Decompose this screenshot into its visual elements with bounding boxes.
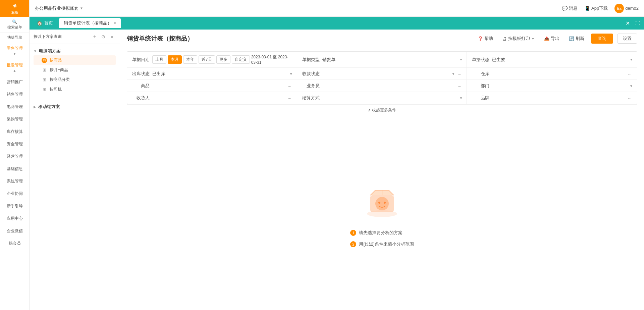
filter-collect-cell: 收款状态 ▼ ··· — [297, 68, 467, 80]
pc-scheme-title[interactable]: ▼ 电脑端方案 — [34, 47, 116, 55]
quick-nav-btn[interactable]: 快捷导航 — [0, 33, 29, 42]
scheme-icon: ⊞ — [42, 87, 47, 92]
more-date-btn[interactable]: 更多 — [216, 55, 230, 64]
docstatus-label: 单据状态 — [471, 57, 489, 63]
collapse-filter-btn[interactable]: ∧ 收起更多条件 — [127, 104, 637, 116]
receiver-value[interactable]: ··· — [152, 96, 293, 101]
export-btn[interactable]: 📤 导出 — [541, 34, 562, 43]
scheme-item-month-product[interactable]: ⊞ 按月+商品 — [34, 65, 116, 75]
settlement-dropdown-icon: ▼ — [459, 96, 463, 100]
tab-close-btn[interactable]: × — [114, 21, 116, 25]
page-header-top: 销货单统计表（按商品） ❓ 帮助 🖨 按模板打印 ▼ 📤 — [127, 34, 637, 44]
filter-row-2: 出库状态 已出库 ▼ 收款状态 ▼ ··· — [127, 68, 637, 80]
scheme-item-category[interactable]: ⊞ 按商品分类 — [34, 75, 116, 85]
last7-btn[interactable]: 近7天 — [199, 55, 215, 64]
scheme-collapse-btn[interactable]: « — [108, 33, 116, 40]
warehouse-value[interactable]: ··· — [492, 71, 633, 76]
empty-state: 1 请先选择要分析的方案 2 用[过滤]条件来缩小分析范围 — [120, 120, 644, 310]
salesperson-value[interactable]: ··· — [322, 84, 463, 89]
tabs-bar: 🏠 首页 销货单统计表（按商品） × ✕ ⛶ — [30, 17, 644, 30]
sidebar-item-wechat[interactable]: 企业微信 — [0, 225, 29, 237]
sidebar-item-retail[interactable]: 零售管理 ▼ — [0, 42, 29, 59]
scheme-item-label: 按月+商品 — [50, 67, 68, 73]
filter-row-1: 单据日期 上月 本月 本年 近7天 更多 自定义 2023-03-01 至 20… — [127, 51, 637, 68]
topbar-right: 💬 消息 📱 App下载 Ea demo2 — [562, 4, 639, 13]
settlement-value[interactable]: ▼ — [322, 96, 463, 100]
scheme-settings-btn[interactable]: ⊙ — [100, 33, 107, 40]
sidebar-item-purchase[interactable]: 采购管理 — [0, 113, 29, 125]
sidebar-item-label: 畅会员 — [9, 241, 21, 246]
sidebar-item-marketing[interactable]: 营销推广 — [0, 76, 29, 88]
sidebar-item-finance[interactable]: 资金管理 — [0, 138, 29, 150]
sidebar-item-vip[interactable]: 畅会员 — [0, 237, 29, 250]
topbar-left: 办公用品行业模拟账套 ▼ — [35, 5, 83, 11]
svg-point-6 — [378, 202, 380, 204]
custom-date-btn[interactable]: 自定义 — [232, 55, 250, 64]
user-profile-btn[interactable]: Ea demo2 — [614, 4, 639, 13]
right-panel: 销货单统计表（按商品） ❓ 帮助 🖨 按模板打印 ▼ 📤 — [120, 30, 644, 310]
sidebar-item-sales[interactable]: 销售管理 — [0, 88, 29, 101]
outstatus-value[interactable]: 已出库 ▼ — [152, 71, 293, 77]
scheme-header-label: 按以下方案查询 — [34, 34, 62, 40]
product-more-btn[interactable]: ··· — [286, 84, 293, 89]
mobile-scheme-title[interactable]: ▶ 移动端方案 — [34, 102, 116, 111]
product-value[interactable]: ··· — [152, 84, 293, 89]
sidebar-item-ecommerce[interactable]: 电商管理 — [0, 101, 29, 113]
tab-maximize-btn[interactable]: ⛶ — [634, 19, 641, 27]
phone-icon: 📱 — [584, 6, 590, 11]
sidebar-item-guide[interactable]: 新手引导 — [0, 200, 29, 212]
company-selector[interactable]: 办公用品行业模拟账套 ▼ — [35, 5, 83, 11]
this-month-btn[interactable]: 本月 — [168, 55, 182, 64]
brand-value[interactable]: ··· — [492, 96, 633, 101]
print-icon: 🖨 — [502, 36, 507, 41]
sidebar-item-operations[interactable]: 经营管理 — [0, 150, 29, 163]
scheme-item-product[interactable]: 商 按商品 — [34, 55, 116, 65]
mobile-section-label: 移动端方案 — [38, 104, 60, 110]
help-btn[interactable]: ❓ 帮助 — [475, 34, 496, 43]
collect-value[interactable]: ▼ ··· — [322, 71, 463, 76]
scheme-panel: 按以下方案查询 ＋ ⊙ « ▼ 电脑端方案 — [30, 30, 120, 310]
collapse-label: 收起更多条件 — [372, 107, 396, 113]
settings-btn[interactable]: 设置 — [617, 34, 637, 44]
brand-label: 品牌 — [471, 95, 489, 101]
brand-more-btn[interactable]: ··· — [627, 96, 633, 101]
print-btn[interactable]: 🖨 按模板打印 ▼ — [500, 34, 537, 43]
avatar: Ea — [614, 4, 624, 13]
salesperson-more-btn[interactable]: ··· — [456, 84, 463, 89]
tabs-controls: ✕ ⛶ — [624, 19, 641, 27]
query-btn[interactable]: 查询 — [591, 34, 613, 44]
scheme-item-driver[interactable]: ⊞ 按司机 — [34, 85, 116, 94]
dept-label: 部门 — [471, 83, 489, 89]
doctype-label: 单据类型 — [301, 57, 320, 63]
filter-outstatus-cell: 出库状态 已出库 ▼ — [127, 68, 297, 80]
page-title: 销货单统计表（按商品） — [127, 35, 193, 43]
doctype-value[interactable]: 销货单 ▼ — [322, 57, 463, 63]
sidebar-item-system[interactable]: 系统管理 — [0, 175, 29, 188]
sidebar-item-inventory[interactable]: 库存核算 — [0, 125, 29, 138]
sidebar-item-appstore[interactable]: 应用中心 — [0, 212, 29, 225]
warehouse-more-btn[interactable]: ··· — [627, 71, 633, 76]
tab-close-window-btn[interactable]: ✕ — [624, 19, 631, 27]
search-menu-btn[interactable]: 🔍 搜索菜单 — [0, 17, 29, 33]
tab-home[interactable]: 🏠 首页 — [32, 18, 58, 28]
last-month-btn[interactable]: 上月 — [152, 55, 166, 64]
dept-value[interactable]: ▼ — [492, 84, 633, 88]
sidebar-item-base[interactable]: 基础信息 — [0, 163, 29, 175]
this-year-btn[interactable]: 本年 — [183, 55, 197, 64]
sidebar-item-label: 批发管理 — [7, 62, 23, 68]
sidebar-item-wholesale[interactable]: 批发管理 ▲ — [0, 59, 29, 76]
app-download-btn[interactable]: 📱 App下载 — [584, 5, 608, 11]
tab-active-label: 销货单统计表（按商品） — [64, 20, 112, 26]
collect-more-btn[interactable]: ··· — [456, 71, 463, 76]
scheme-add-btn[interactable]: ＋ — [91, 33, 98, 40]
company-name: 办公用品行业模拟账套 — [35, 5, 78, 11]
receiver-more-btn[interactable]: ··· — [286, 96, 293, 101]
docstatus-value[interactable]: 已生效 ▼ — [492, 57, 633, 63]
date-range-text: 2023-03-01 至 2023-03-31 — [251, 54, 293, 65]
sidebar-item-label: 企业微信 — [7, 228, 23, 234]
refresh-btn[interactable]: 🔄 刷新 — [566, 34, 587, 43]
sidebar-item-enterprise[interactable]: 企业协同 — [0, 188, 29, 200]
tab-sales-stat[interactable]: 销货单统计表（按商品） × — [59, 18, 121, 28]
message-btn[interactable]: 💬 消息 — [562, 5, 578, 11]
outstatus-text: 已出库 — [152, 71, 288, 77]
